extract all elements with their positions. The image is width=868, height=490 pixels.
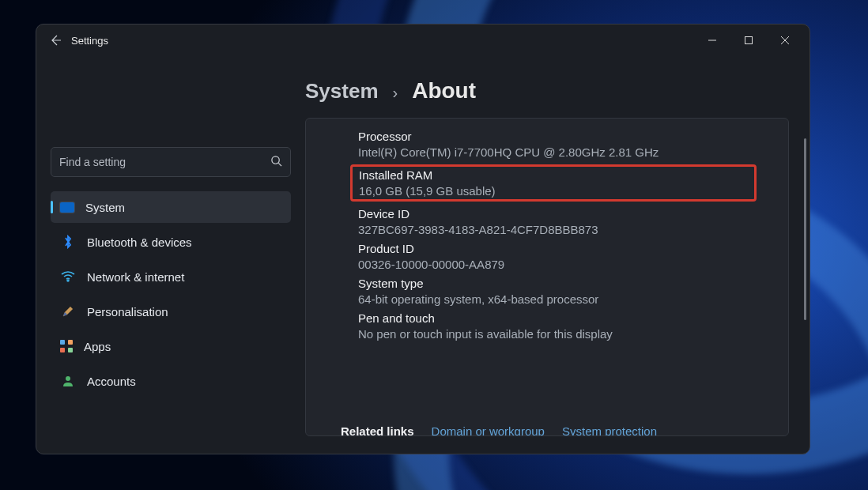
spec-value: 16,0 GB (15,9 GB usable): [359, 184, 748, 198]
sidebar-item-label: Bluetooth & devices: [87, 236, 192, 249]
svg-point-1: [272, 156, 279, 163]
spec-value: 00326-10000-00000-AA879: [358, 258, 757, 271]
close-icon: [781, 36, 789, 44]
wifi-icon: [60, 269, 76, 285]
svg-rect-0: [745, 37, 753, 44]
content-area: System › About Processor Intel(R) Core(T…: [305, 56, 810, 454]
sidebar-item-label: System: [85, 201, 125, 214]
search-icon: [270, 155, 282, 170]
window-controls: [694, 28, 803, 53]
spec-label: Processor: [358, 130, 757, 143]
spec-system-type: System type 64-bit operating system, x64…: [358, 277, 757, 306]
sidebar: System Bluetooth & devices Network & int…: [36, 56, 305, 454]
chevron-right-icon: ›: [393, 84, 398, 102]
close-button[interactable]: [767, 28, 803, 53]
link-domain-workgroup[interactable]: Domain or workgroup: [432, 424, 545, 436]
maximize-icon: [745, 36, 753, 44]
breadcrumb-parent[interactable]: System: [305, 79, 379, 104]
sidebar-item-label: Personalisation: [87, 305, 168, 318]
minimize-icon: [708, 36, 716, 44]
spec-label: Product ID: [358, 242, 757, 255]
related-links-label: Related links: [341, 424, 414, 436]
spec-processor: Processor Intel(R) Core(TM) i7-7700HQ CP…: [358, 130, 757, 159]
sidebar-item-personalisation[interactable]: Personalisation: [51, 296, 291, 327]
scrollbar-thumb[interactable]: [804, 138, 806, 320]
sidebar-item-label: Accounts: [87, 375, 136, 388]
spec-label: Pen and touch: [358, 311, 757, 325]
sidebar-item-system[interactable]: System: [51, 191, 291, 223]
device-specs-card: Processor Intel(R) Core(TM) i7-7700HQ CP…: [305, 118, 789, 436]
spec-installed-ram: Installed RAM 16,0 GB (15,9 GB usable): [350, 164, 757, 202]
breadcrumb: System › About: [305, 78, 789, 104]
spec-label: System type: [358, 277, 757, 290]
title-bar: Settings: [36, 24, 810, 56]
search-input[interactable]: [59, 156, 264, 168]
sidebar-item-network[interactable]: Network & internet: [51, 261, 291, 292]
apps-icon: [60, 340, 73, 352]
spec-value: 64-bit operating system, x64-based proce…: [358, 292, 757, 306]
related-links: Related links Domain or workgroup System…: [341, 424, 657, 436]
sidebar-item-label: Apps: [84, 340, 111, 353]
sidebar-item-label: Network & internet: [87, 270, 184, 284]
window-title: Settings: [71, 35, 108, 47]
bluetooth-icon: [60, 234, 76, 250]
back-arrow-icon: [49, 34, 62, 47]
breadcrumb-current: About: [412, 78, 476, 104]
svg-point-3: [66, 376, 70, 381]
spec-value: 327BC697-3983-4183-A821-4CF7D8BBB873: [358, 223, 757, 236]
paintbrush-icon: [60, 303, 76, 319]
spec-device-id: Device ID 327BC697-3983-4183-A821-4CF7D8…: [358, 207, 757, 236]
spec-product-id: Product ID 00326-10000-00000-AA879: [358, 242, 757, 271]
system-icon: [60, 202, 74, 213]
back-button[interactable]: [43, 28, 68, 53]
link-system-protection[interactable]: System protection: [562, 424, 657, 436]
spec-value: Intel(R) Core(TM) i7-7700HQ CPU @ 2.80GH…: [358, 145, 757, 159]
sidebar-item-bluetooth[interactable]: Bluetooth & devices: [51, 226, 291, 258]
scrollbar[interactable]: [800, 59, 806, 450]
spec-label: Installed RAM: [359, 168, 748, 182]
nav-list: System Bluetooth & devices Network & int…: [51, 191, 291, 397]
maximize-button[interactable]: [730, 28, 767, 53]
spec-label: Device ID: [358, 207, 757, 220]
sidebar-item-apps[interactable]: Apps: [51, 330, 291, 362]
spec-pen-touch: Pen and touch No pen or touch input is a…: [358, 311, 757, 341]
person-icon: [60, 373, 76, 389]
spec-value: No pen or touch input is available for t…: [358, 327, 757, 341]
svg-point-2: [67, 280, 69, 281]
settings-window: Settings Syst: [36, 24, 810, 454]
sidebar-item-accounts[interactable]: Accounts: [51, 365, 291, 397]
search-field[interactable]: [51, 147, 291, 177]
minimize-button[interactable]: [694, 28, 730, 53]
